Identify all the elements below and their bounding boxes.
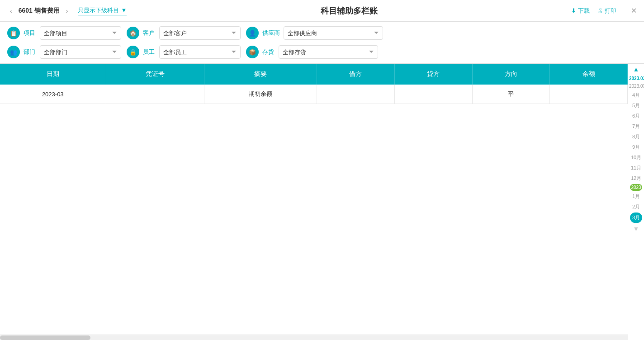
download-icon: ⬇ — [571, 7, 576, 14]
supplier-select[interactable]: 全部供应商 — [284, 26, 383, 40]
timeline-item-10[interactable]: 10月 — [628, 152, 644, 163]
cell-voucher — [106, 85, 204, 104]
main-window: ‹ 6601 销售费用 › 只显示下级科目 ▼ 科目辅助多栏账 ⬇ 下载 🖨 打… — [0, 0, 644, 340]
table-row: 2023-03 期初余额 平 — [0, 85, 628, 104]
account-code: 6601 销售费用 — [19, 7, 60, 15]
timeline-item-8[interactable]: 8月 — [628, 132, 644, 142]
top-bar: ‹ 6601 销售费用 › 只显示下级科目 ▼ 科目辅助多栏账 ⬇ 下载 🖨 打… — [0, 0, 644, 22]
timeline-item-11[interactable]: 11月 — [628, 163, 644, 173]
dept-icon: 👥 — [7, 46, 20, 58]
project-label: 项目 — [24, 29, 36, 37]
employee-icon: 🔒 — [127, 46, 139, 58]
customer-filter-group: 🏠 客户 全部客户 — [127, 26, 241, 40]
inventory-filter-group: 📦 存货 全部存货 — [246, 45, 378, 59]
timeline-year-badge-2023[interactable]: 2023 — [630, 184, 642, 191]
page-title: 科目辅助多栏账 — [127, 5, 571, 16]
download-label: 下载 — [578, 7, 590, 15]
inventory-icon: 📦 — [246, 46, 259, 58]
close-button[interactable]: ✕ — [631, 6, 637, 15]
chevron-down-icon: ▼ — [121, 7, 127, 14]
dept-filter-group: 👥 部门 全部部门 — [7, 45, 121, 59]
supplier-filter-group: 👤 供应商 全部供应商 — [246, 26, 383, 40]
supplier-label: 供应商 — [262, 29, 280, 37]
inventory-select[interactable]: 全部存货 — [279, 45, 378, 59]
cell-credit — [394, 85, 472, 104]
timeline-item-1[interactable]: 1月 — [628, 191, 644, 202]
timeline-item-12[interactable]: 12月 — [628, 173, 644, 184]
col-summary: 摘要 — [204, 64, 317, 85]
timeline-item-9[interactable]: 9月 — [628, 142, 644, 152]
timeline-down-arrow[interactable]: ▼ — [628, 223, 644, 234]
col-date: 日期 — [0, 64, 106, 85]
col-credit: 贷方 — [394, 64, 472, 85]
top-actions: ⬇ 下载 🖨 打印 ✕ — [571, 6, 637, 15]
next-arrow[interactable]: › — [63, 6, 71, 15]
timeline-sidebar: ▲ 2023.03 2023.03 4月 5月 6月 7月 8月 9月 10月 … — [628, 64, 644, 322]
employee-label: 员工 — [143, 48, 156, 56]
table-container: 日期 凭证号 摘要 借方 贷方 方向 余额 2023-03 期初余额 — [0, 64, 628, 322]
timeline-item-2023-03[interactable]: 2023.03 — [628, 82, 644, 90]
project-icon: 📋 — [7, 27, 20, 39]
employee-select[interactable]: 全部员工 — [159, 45, 241, 59]
cell-balance — [550, 85, 628, 104]
filter-area: 📋 项目 全部项目 🏠 客户 全部客户 👤 供应商 全部供应商 👥 — [0, 22, 644, 64]
col-balance: 余额 — [550, 64, 628, 85]
table-header-row: 日期 凭证号 摘要 借方 贷方 方向 余额 — [0, 64, 628, 85]
dept-label: 部门 — [24, 48, 36, 56]
col-direction: 方向 — [472, 64, 550, 85]
supplier-icon: 👤 — [246, 27, 259, 39]
inventory-label: 存货 — [262, 48, 275, 56]
show-sub-label: 只显示下级科目 — [78, 6, 119, 14]
timeline-item-3-active[interactable]: 3月 — [630, 212, 642, 223]
employee-filter-group: 🔒 员工 全部员工 — [127, 45, 241, 59]
cell-date: 2023-03 — [0, 85, 106, 104]
customer-select[interactable]: 全部客户 — [159, 26, 241, 40]
show-sub-level[interactable]: 只显示下级科目 ▼ — [78, 6, 127, 15]
cell-debit — [317, 85, 395, 104]
project-select[interactable]: 全部项目 — [40, 26, 121, 40]
timeline-item-2023-03-header[interactable]: 2023.03 — [628, 75, 644, 82]
horizontal-scrollbar[interactable] — [0, 335, 628, 340]
col-voucher: 凭证号 — [106, 64, 204, 85]
col-debit: 借方 — [317, 64, 395, 85]
project-filter-group: 📋 项目 全部项目 — [7, 26, 121, 40]
customer-label: 客户 — [143, 29, 156, 37]
timeline-item-4[interactable]: 4月 — [628, 90, 644, 100]
customer-icon: 🏠 — [127, 27, 139, 39]
timeline-up-arrow[interactable]: ▲ — [628, 64, 644, 75]
prev-arrow[interactable]: ‹ — [7, 6, 15, 15]
timeline-item-6[interactable]: 6月 — [628, 111, 644, 121]
timeline-item-5[interactable]: 5月 — [628, 100, 644, 111]
timeline-item-7[interactable]: 7月 — [628, 121, 644, 132]
dept-select[interactable]: 全部部门 — [40, 45, 121, 59]
data-table: 日期 凭证号 摘要 借方 贷方 方向 余额 2023-03 期初余额 — [0, 64, 628, 104]
timeline-item-2[interactable]: 2月 — [628, 202, 644, 212]
cell-direction: 平 — [472, 85, 550, 104]
cell-summary: 期初余额 — [204, 85, 317, 104]
print-button[interactable]: 🖨 打印 — [597, 7, 616, 15]
download-button[interactable]: ⬇ 下载 — [571, 7, 590, 15]
print-icon: 🖨 — [597, 7, 603, 14]
print-label: 打印 — [605, 7, 616, 15]
scroll-thumb[interactable] — [0, 335, 90, 340]
